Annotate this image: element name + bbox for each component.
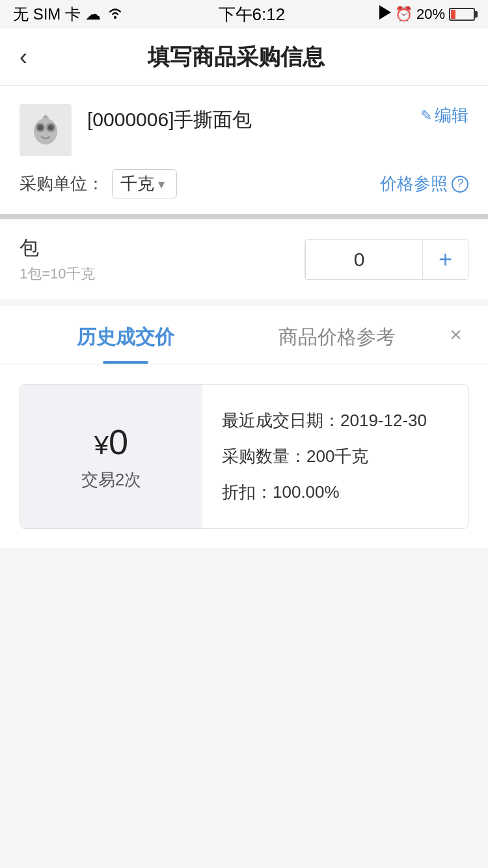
signal-text: 无 SIM 卡 ☁ [13,4,101,25]
battery-icon [449,8,475,21]
quantity-label-area: 包 1包=10千克 [20,235,95,284]
location-icon [379,5,391,23]
quantity-sub-note: 1包=10千克 [20,264,95,284]
quantity-input[interactable] [305,240,422,279]
yen-symbol: ¥ [94,431,109,459]
product-thumbnail [20,104,72,156]
price-number: 0 [109,422,128,461]
svg-point-6 [48,125,53,130]
discount-value: 100.00% [273,482,340,502]
price-reference-button[interactable]: 价格参照 ? [380,172,468,195]
tab-history-price[interactable]: 历史成交价 [20,306,232,364]
product-bottom-row: 采购单位： 千克 ▾ 价格参照 ? [20,169,468,198]
bottom-space [0,549,488,868]
svg-point-5 [38,125,43,130]
tab-price-reference[interactable]: 商品价格参考 [232,306,444,364]
svg-point-2 [34,118,57,144]
discount-label: 折扣： [222,482,273,502]
svg-marker-1 [379,5,391,20]
product-top-row: [0000006]手撕面包 ✎ 编辑 [20,104,468,156]
battery-percent: 20% [416,6,445,23]
page-title: 填写商品采购信息 [40,42,432,72]
quantity-detail-value: 200千克 [306,446,368,466]
quantity-control: + [305,239,468,280]
status-bar: 无 SIM 卡 ☁ 下午6:12 ⏰ 20% [0,0,488,29]
alarm-icon: ⏰ [395,6,413,23]
product-name: [0000006]手撕面包 [87,107,252,133]
quantity-unit: 包 [20,235,95,262]
price-ref-info-icon: ? [452,176,468,193]
edit-button[interactable]: ✎ 编辑 [420,104,468,127]
section-divider [0,214,488,219]
quantity-section: 包 1包=10千克 + [0,219,488,299]
dropdown-arrow-icon: ▾ [158,176,165,192]
product-section: [0000006]手撕面包 ✎ 编辑 采购单位： 千克 ▾ 价格参照 ? [0,86,488,214]
discount-row: 折扣：100.00% [222,480,448,505]
quantity-detail-label: 采购数量： [222,446,306,466]
edit-label: 编辑 [435,104,468,127]
svg-point-0 [114,16,116,19]
tabs-header: 历史成交价 商品价格参考 × [0,306,488,364]
status-left: 无 SIM 卡 ☁ [13,4,124,25]
unit-select-dropdown[interactable]: 千克 ▾ [112,169,177,198]
svg-marker-7 [42,115,49,118]
unit-value: 千克 [120,172,154,195]
recent-date-label: 最近成交日期： [222,411,340,430]
unit-section: 采购单位： 千克 ▾ [20,169,177,198]
card-price-summary: ¥0 交易2次 [20,385,202,528]
card-details: 最近成交日期：2019-12-30 采购数量：200千克 折扣：100.00% [202,385,468,528]
recent-date-value: 2019-12-30 [340,411,427,430]
tab-content-history: ¥0 交易2次 最近成交日期：2019-12-30 采购数量：200千克 折扣：… [0,364,488,549]
edit-icon: ✎ [420,107,432,124]
owl-logo-svg [26,111,65,150]
history-price-card: ¥0 交易2次 最近成交日期：2019-12-30 采购数量：200千克 折扣：… [20,384,468,529]
wifi-icon [106,5,124,23]
product-info-left: [0000006]手撕面包 [20,104,252,156]
page-header: ‹ 填写商品采购信息 [0,29,488,86]
purchase-quantity-row: 采购数量：200千克 [222,444,448,469]
status-right: ⏰ 20% [379,5,475,23]
unit-label: 采购单位： [20,172,104,195]
tabs-close-button[interactable]: × [443,310,468,360]
status-time: 下午6:12 [219,3,286,26]
trade-count: 交易2次 [81,468,141,491]
quantity-plus-button[interactable]: + [422,240,468,279]
price-display: ¥0 [94,422,128,462]
recent-date-row: 最近成交日期：2019-12-30 [222,408,448,433]
tabs-panel: 历史成交价 商品价格参考 × ¥0 交易2次 最近成交日期：2019-12-30… [0,306,488,549]
back-button[interactable]: ‹ [20,44,27,71]
price-ref-label: 价格参照 [380,172,448,195]
